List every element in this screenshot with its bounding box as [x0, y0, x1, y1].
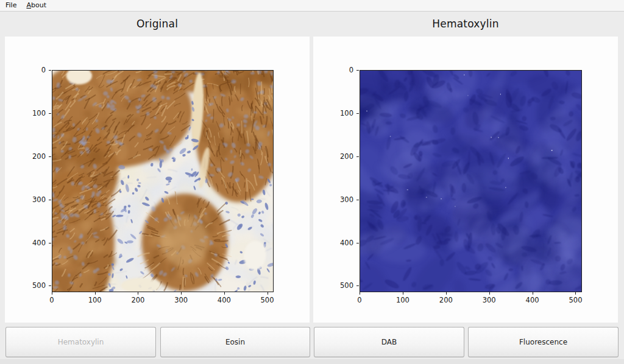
x-tick — [181, 292, 182, 295]
y-tick — [356, 113, 359, 114]
menu-item-file[interactable]: File — [5, 0, 16, 11]
x-tick — [52, 292, 52, 295]
y-tick — [356, 70, 359, 71]
x-tick — [403, 292, 403, 295]
x-tick-label: 200 — [131, 296, 144, 304]
x-tick-label: 100 — [88, 296, 102, 304]
x-tick-label: 0 — [49, 296, 54, 304]
x-tick — [575, 292, 576, 295]
panel-title-original: Original — [5, 18, 310, 33]
x-tick-label: 100 — [396, 296, 410, 304]
eosin-button[interactable]: Eosin — [160, 327, 310, 357]
plot-area-hematoxylin — [360, 70, 582, 292]
y-tick-label: 300 — [330, 196, 353, 204]
y-tick — [49, 200, 51, 200]
plot-area-original — [52, 70, 274, 292]
x-tick-label: 300 — [174, 296, 188, 304]
x-tick — [95, 292, 96, 295]
x-tick-label: 200 — [439, 296, 453, 304]
x-tick-label: 500 — [261, 296, 274, 304]
hematoxylin-image — [360, 71, 581, 292]
y-tick-label: 100 — [23, 110, 46, 117]
x-tick — [268, 292, 268, 295]
panel-title-hematoxylin: Hematoxylin — [313, 18, 618, 33]
menu-item-about[interactable]: About — [26, 0, 46, 11]
y-tick — [356, 285, 359, 286]
y-tick-label: 500 — [23, 282, 46, 290]
x-tick — [224, 292, 225, 295]
y-tick-label: 200 — [330, 153, 353, 161]
y-tick — [49, 113, 51, 114]
fluorescence-button[interactable]: Fluorescence — [468, 327, 619, 357]
y-tick-label: 200 — [23, 153, 46, 161]
y-tick — [356, 156, 359, 157]
y-tick-label: 400 — [330, 239, 353, 247]
x-tick-label: 400 — [526, 296, 539, 304]
y-tick — [49, 243, 51, 243]
menu-bar: FileAbout — [0, 0, 624, 12]
x-tick-label: 400 — [218, 296, 231, 304]
window-bottom-strip — [0, 359, 624, 364]
x-tick — [446, 292, 447, 295]
y-tick — [356, 243, 359, 243]
x-tick-label: 300 — [483, 296, 496, 304]
x-tick-label: 500 — [569, 296, 583, 304]
y-tick-label: 100 — [330, 110, 353, 117]
y-tick — [49, 70, 51, 71]
y-tick-label: 0 — [23, 66, 46, 74]
y-tick-label: 300 — [23, 196, 46, 204]
y-tick-label: 500 — [330, 282, 353, 290]
dab-button[interactable]: DAB — [314, 327, 464, 357]
y-tick — [49, 156, 51, 157]
y-tick-label: 0 — [330, 66, 353, 74]
x-tick — [533, 292, 533, 295]
y-tick-label: 400 — [23, 239, 46, 247]
x-tick — [138, 292, 138, 295]
y-tick — [49, 285, 51, 286]
x-tick — [360, 292, 360, 295]
original-image — [52, 71, 273, 292]
x-tick — [489, 292, 490, 295]
x-tick-label: 0 — [357, 296, 361, 304]
hematoxylin-button[interactable]: Hematoxylin — [5, 327, 156, 357]
y-tick — [356, 200, 359, 200]
